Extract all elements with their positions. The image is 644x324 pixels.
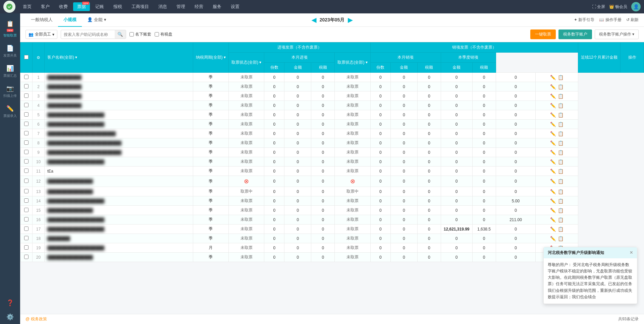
new-guide-btn[interactable]: ✦ 新手引导 [574,17,594,23]
customer-name[interactable]: ████████████████████ [45,215,193,224]
nav-settings[interactable]: 设置 [227,2,244,11]
nav-customer[interactable]: 客户 [37,2,54,11]
customer-name[interactable]: ████████████ [45,82,193,91]
row-checkbox[interactable] [24,75,29,79]
copy-icon[interactable]: 📋 [558,189,564,194]
row-checkbox[interactable] [24,217,29,221]
copy-icon[interactable]: 📋 [558,179,564,184]
vip-btn[interactable]: 👑畅会员 [609,4,627,10]
customer-name[interactable]: ████████████████████████ [45,129,193,138]
copy-icon[interactable]: 📋 [558,75,564,80]
table-cell[interactable] [20,187,33,196]
table-cell[interactable] [20,243,33,253]
customer-name[interactable]: ██████████████████████████ [45,138,193,148]
th-in-status[interactable]: 取票状态(全部) ▾ [229,53,264,73]
row-checkbox[interactable] [24,140,29,145]
sidebar-item-issue-invoice[interactable]: 📄 发票开具 [0,41,20,61]
edit-icon[interactable]: ✏️ [550,198,556,204]
refresh-btn[interactable]: ↺ 刷新 [626,17,639,23]
table-cell[interactable] [20,215,33,224]
tax-disk-checkbox[interactable] [155,32,159,37]
edit-icon[interactable]: ✏️ [550,84,556,89]
copy-icon[interactable]: 📋 [558,169,564,174]
edit-icon[interactable]: ✏️ [550,189,556,194]
search-input[interactable] [61,31,115,38]
table-cell[interactable] [20,196,33,206]
row-checkbox[interactable] [24,179,29,183]
customer-name[interactable]: ████████████████ [45,176,193,187]
table-cell[interactable] [20,157,33,167]
tab-general-taxpayer[interactable]: 一般纳税人 [25,13,58,27]
customer-name[interactable]: ████████████████████ [45,110,193,120]
row-checkbox[interactable] [24,84,29,88]
edit-icon[interactable]: ✏️ [550,217,556,222]
copy-icon[interactable]: 📋 [558,122,564,127]
edit-icon[interactable]: ✏️ [550,122,556,127]
row-checkbox[interactable] [24,189,29,193]
edit-icon[interactable]: ✏️ [550,169,556,174]
customer-name[interactable]: ████████████████████ [45,224,193,234]
user-avatar[interactable]: 👤 [631,2,641,11]
prev-month-arrow[interactable]: ◀ [312,16,316,24]
filter-tax-disk[interactable]: 有税盘 [155,31,172,37]
table-cell[interactable] [20,176,33,187]
edit-icon[interactable]: ✏️ [550,103,556,108]
edit-icon[interactable]: ✏️ [550,179,556,184]
customer-name[interactable]: ████████████████████ [45,120,193,129]
row-checkbox[interactable] [24,150,29,154]
copy-icon[interactable]: 📋 [558,159,564,165]
sidebar-item-ticket-entry[interactable]: ✏️ 票据录入 [0,102,20,122]
th-tax-period[interactable]: 纳税周期(全部) ▾ [193,43,228,73]
edit-icon[interactable]: ✏️ [550,208,556,213]
nav-invoice[interactable]: 票据 new [73,2,90,11]
edit-icon[interactable]: ✏️ [550,236,556,241]
copy-icon[interactable]: 📋 [558,198,564,204]
edit-icon[interactable]: ✏️ [550,93,556,99]
customer-name[interactable]: ████████████████████ [45,243,193,253]
copy-icon[interactable]: 📋 [558,84,564,89]
popup-close-btn[interactable]: ✕ [630,250,633,255]
customer-name[interactable]: ████████████ [45,101,193,110]
nav-home[interactable]: 首页 [19,2,36,11]
sidebar-item-smart-invoice[interactable]: 📋 new 智能取票 [0,17,20,41]
row-checkbox[interactable] [24,198,29,203]
sidebar-item-scan-upload[interactable]: 📷 扫描上传 [0,81,20,102]
nav-service[interactable]: 服务 [209,2,225,11]
edit-icon[interactable]: ✏️ [550,226,556,232]
customer-name[interactable]: ████████████████ [45,187,193,196]
edit-icon[interactable]: ✏️ [550,112,556,118]
sidebar-item-help[interactable]: ❓ [0,296,20,310]
row-checkbox[interactable] [24,122,29,126]
row-checkbox[interactable] [24,131,29,135]
row-checkbox[interactable] [24,169,29,173]
customer-name[interactable]: ████████████ [45,73,193,82]
next-month-arrow[interactable]: ▶ [348,16,353,24]
customer-name[interactable]: ████████████████████ [45,157,193,167]
customer-name[interactable]: tEa [45,167,193,176]
nav-message[interactable]: 消息 [154,2,171,11]
table-cell[interactable] [20,206,33,215]
manual-btn[interactable]: 📖 操作手册 [599,17,621,23]
row-checkbox[interactable] [24,159,29,164]
customer-name[interactable]: ████████ [45,234,193,243]
copy-icon[interactable]: 📋 [558,112,564,118]
nav-business2[interactable]: 经营 [191,2,207,11]
sidebar-item-invoice-summary[interactable]: 📊 票据汇总 [0,61,20,81]
tax-digital-account-op-btn[interactable]: 税务数字账户操作 ▾ [595,29,639,39]
edit-icon[interactable]: ✏️ [550,140,556,146]
th-out-status[interactable]: 取票状态(全部) ▾ [335,53,370,73]
row-checkbox[interactable] [24,226,29,231]
employee-filter[interactable]: 👥 全部员工 ▾ [25,30,57,39]
table-cell[interactable] [20,167,33,176]
table-cell[interactable] [20,129,33,138]
edit-icon[interactable]: ✏️ [550,159,556,165]
customer-name[interactable]: ████████████ [45,91,193,101]
row-checkbox[interactable] [24,245,29,250]
table-cell[interactable] [20,234,33,243]
row-checkbox[interactable] [24,236,29,240]
row-checkbox[interactable] [24,103,29,107]
edit-icon[interactable]: ✏️ [550,150,556,155]
table-cell[interactable] [20,82,33,91]
table-cell[interactable] [20,120,33,129]
row-checkbox[interactable] [24,93,29,98]
